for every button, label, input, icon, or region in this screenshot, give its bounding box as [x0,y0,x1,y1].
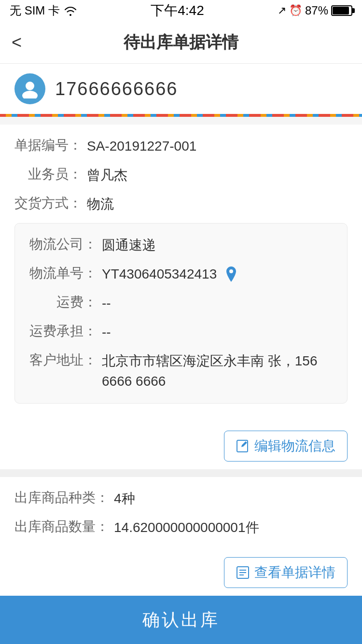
logistics-tracking-label: 物流单号： [29,264,97,282]
map-location-icon[interactable] [223,266,240,283]
freight-value: -- [102,293,333,313]
status-bar-right: ↗ ⏰ 87% [278,4,352,17]
delivery-value: 物流 [87,194,348,214]
avatar [14,73,45,104]
confirm-button[interactable]: 确认出库 [0,596,362,644]
freight-row: 运费： -- [29,293,333,313]
logistics-card: 物流公司： 圆通速递 物流单号： YT4306405342413 运费： -- … [14,223,348,404]
user-icon [20,79,40,98]
logistics-company-row: 物流公司： 圆通速递 [29,235,333,255]
address-value: 北京市市辖区海淀区永丰南 张，156 6666 6666 [102,351,333,392]
salesman-row: 业务员： 曾凡杰 [14,165,348,185]
customer-phone: 17666666666 [55,79,178,99]
salesman-value: 曾凡杰 [87,165,348,185]
page-title: 待出库单据详情 [124,31,238,54]
logistics-tracking-row: 物流单号： YT4306405342413 [29,264,333,284]
battery-icon [331,5,352,16]
goods-quantity-row: 出库商品数量： 14.620000000000001件 [14,518,348,538]
edit-icon [236,439,250,453]
salesman-label: 业务员： [14,165,82,183]
freight-bearer-value: -- [102,322,333,342]
edit-logistics-label: 编辑物流信息 [254,437,335,455]
order-no-label: 单据编号： [14,136,82,154]
view-detail-button[interactable]: 查看单据详情 [224,557,348,588]
goods-section: 出库商品种类： 4种 出库商品数量： 14.620000000000001件 [0,477,362,549]
status-bar: 无 SIM 卡 下午4:42 ↗ ⏰ 87% [0,0,362,21]
order-info-section: 单据编号： SA-20191227-001 业务员： 曾凡杰 交货方式： 物流 … [0,125,362,423]
freight-bearer-label: 运费承担： [29,322,97,340]
status-bar-left: 无 SIM 卡 [10,3,77,18]
carrier-label: 无 SIM 卡 [10,3,60,18]
goods-quantity-value: 14.620000000000001件 [114,518,348,538]
delivery-row: 交货方式： 物流 [14,194,348,214]
svg-point-0 [26,82,34,90]
address-row: 客户地址： 北京市市辖区海淀区永丰南 张，156 6666 6666 [29,351,333,392]
status-bar-time: 下午4:42 [151,1,204,20]
customer-card: 17666666666 [0,64,362,114]
section-divider-1 [0,469,362,477]
detail-btn-row: 查看单据详情 [0,549,362,600]
goods-types-label: 出库商品种类： [14,489,109,507]
battery-percent: 87% [305,4,328,17]
freight-label: 运费： [29,293,97,311]
alarm-icon: ⏰ [289,4,302,17]
svg-point-1 [22,91,38,98]
detail-icon [236,566,250,579]
delivery-label: 交货方式： [14,194,82,212]
wifi-icon [64,5,77,16]
tracking-no-text: YT4306405342413 [102,264,217,284]
goods-types-value: 4种 [114,489,348,509]
address-label: 客户地址： [29,351,97,369]
edit-btn-row: 编辑物流信息 [0,423,362,469]
edit-logistics-button[interactable]: 编辑物流信息 [224,431,348,462]
main-content: 17666666666 单据编号： SA-20191227-001 业务员： 曾… [0,64,362,644]
goods-quantity-label: 出库商品数量： [14,518,109,536]
dashed-divider [0,114,362,117]
order-no-value: SA-20191227-001 [87,136,348,156]
order-no-row: 单据编号： SA-20191227-001 [14,136,348,156]
location-status-icon: ↗ [278,4,286,17]
confirm-button-label: 确认出库 [142,608,220,632]
logistics-tracking-value: YT4306405342413 [102,264,333,284]
nav-bar: < 待出库单据详情 [0,21,362,64]
back-button[interactable]: < [12,32,22,53]
logistics-company-value: 圆通速递 [102,235,333,255]
battery-fill [333,7,349,14]
logistics-company-label: 物流公司： [29,235,97,253]
goods-types-row: 出库商品种类： 4种 [14,489,348,509]
view-detail-label: 查看单据详情 [254,563,335,582]
freight-bearer-row: 运费承担： -- [29,322,333,342]
